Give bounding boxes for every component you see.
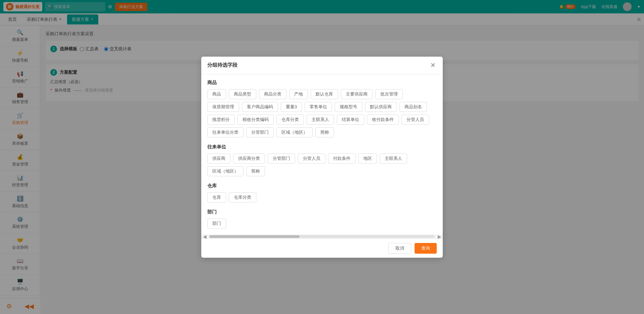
modal-footer: 取消 查询	[201, 239, 443, 258]
modal-scroll-bottom[interactable]: ◀ ▶	[201, 235, 443, 239]
field-tag-default-warehouse[interactable]: 默认仓库	[311, 89, 338, 99]
field-tag-supervisor2[interactable]: 分管人员	[298, 153, 325, 164]
field-tag-payment-terms[interactable]: 收付款条件	[367, 115, 399, 125]
section-partner: 往来单位 供应商 供应商分类 分管部门 分管人员 付款条件 地区 主联系人 区域…	[207, 144, 437, 176]
section-warehouse-fields: 仓库 仓库分类	[207, 192, 437, 202]
field-tag-goods[interactable]: 商品	[207, 89, 226, 99]
field-tag-supplier-category[interactable]: 供应商分类	[233, 153, 265, 164]
field-tag-supplier[interactable]: 供应商	[207, 153, 230, 164]
confirm-button[interactable]: 查询	[415, 243, 437, 254]
field-tag-goods-alias[interactable]: 商品别名	[399, 102, 427, 112]
section-goods: 商品 商品 商品类型 商品分类 产地 默认仓库 主要供应商 批次管理 保质期管理…	[207, 80, 437, 137]
modal-title: 分组待选字段	[207, 62, 237, 68]
section-department-title: 部门	[207, 209, 437, 215]
modal-close-button[interactable]: ✕	[429, 61, 437, 69]
field-tag-retail-unit[interactable]: 零售单位	[305, 102, 332, 112]
scroll-thumb	[209, 235, 300, 238]
field-select-modal: 分组待选字段 ✕ 商品 商品 商品类型 商品分类 产地 默认仓库 主要供应商 批…	[201, 57, 443, 258]
field-tag-dept-managed[interactable]: 分管部门	[246, 127, 274, 137]
field-tag-expiry-mgmt[interactable]: 保质期管理	[207, 102, 239, 112]
field-tag-warehouse[interactable]: 仓库	[207, 192, 226, 202]
field-tag-tax-code[interactable]: 税收分类编码	[237, 115, 274, 125]
scroll-track[interactable]	[209, 235, 435, 238]
field-tag-partner-category[interactable]: 往来单位分类	[207, 127, 244, 137]
field-tag-goods-category[interactable]: 商品分类	[259, 89, 286, 99]
field-tag-main-contact[interactable]: 主联系人	[307, 115, 334, 125]
section-department-fields: 部门	[207, 218, 437, 229]
field-tag-goods-type[interactable]: 商品类型	[229, 89, 256, 99]
field-tag-area-partner[interactable]: 区域（地区）	[207, 166, 244, 176]
field-tag-main-contact2[interactable]: 主联系人	[380, 153, 407, 164]
section-goods-fields: 商品 商品类型 商品分类 产地 默认仓库 主要供应商 批次管理 保质期管理 客户…	[207, 89, 437, 137]
field-tag-settlement-unit[interactable]: 结算单位	[337, 115, 364, 125]
field-tag-payment-cond[interactable]: 付款条件	[328, 153, 356, 164]
field-tag-pick-points[interactable]: 拣货积分	[207, 115, 235, 125]
section-warehouse-title: 仓库	[207, 183, 437, 189]
section-partner-title: 往来单位	[207, 144, 437, 150]
field-tag-abbr-goods[interactable]: 简称	[315, 127, 334, 137]
field-tag-department[interactable]: 部门	[207, 218, 226, 229]
field-tag-dept-managed2[interactable]: 分管部门	[268, 153, 295, 164]
section-partner-fields: 供应商 供应商分类 分管部门 分管人员 付款条件 地区 主联系人 区域（地区） …	[207, 153, 437, 176]
field-tag-main-supplier[interactable]: 主要供应商	[341, 89, 373, 99]
field-tag-customer-code[interactable]: 客户商品编码	[242, 102, 278, 112]
cancel-button[interactable]: 取消	[388, 243, 411, 254]
modal-header: 分组待选字段 ✕	[201, 57, 443, 74]
field-tag-region-partner[interactable]: 地区	[358, 153, 377, 164]
field-tag-region-goods[interactable]: 区域（地区）	[276, 127, 313, 137]
field-tag-warehouse-category[interactable]: 仓库分类	[276, 115, 304, 125]
section-goods-title: 商品	[207, 80, 437, 86]
section-department: 部门 部门	[207, 209, 437, 229]
modal-body: 商品 商品 商品类型 商品分类 产地 默认仓库 主要供应商 批次管理 保质期管理…	[201, 74, 443, 235]
field-tag-weight3[interactable]: 重量3	[281, 102, 302, 112]
field-tag-origin[interactable]: 产地	[289, 89, 308, 99]
field-tag-abbr-partner[interactable]: 简称	[246, 166, 265, 176]
field-tag-batch-mgmt[interactable]: 批次管理	[375, 89, 403, 99]
modal-overlay: 分组待选字段 ✕ 商品 商品 商品类型 商品分类 产地 默认仓库 主要供应商 批…	[0, 0, 644, 314]
field-tag-spec-model[interactable]: 规格型号	[335, 102, 362, 112]
field-tag-default-supplier[interactable]: 默认供应商	[365, 102, 397, 112]
field-tag-warehouse-cat[interactable]: 仓库分类	[229, 192, 256, 202]
section-warehouse: 仓库 仓库 仓库分类	[207, 183, 437, 202]
field-tag-supervisor[interactable]: 分管人员	[401, 115, 429, 125]
